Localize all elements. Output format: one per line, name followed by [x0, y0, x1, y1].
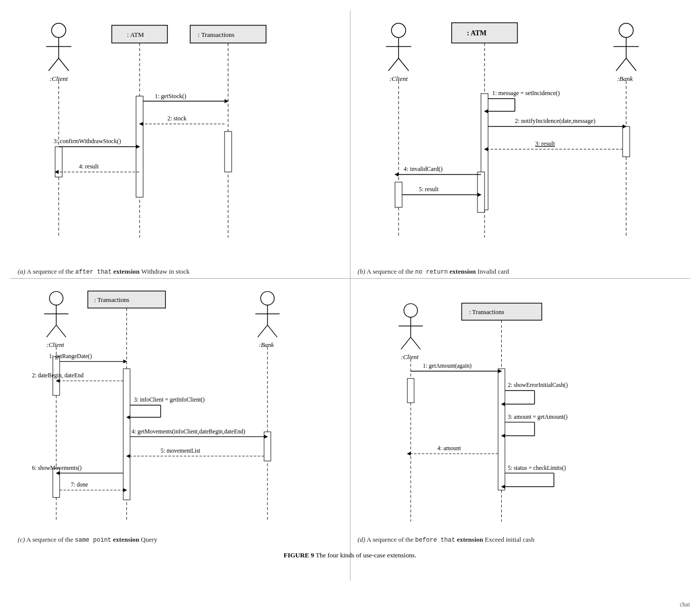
svg-text:: Transactions: : Transactions: [469, 309, 504, 316]
svg-text:3: confirmWithdrawStock(): 3: confirmWithdrawStock(): [54, 138, 121, 145]
svg-text::Client: :Client: [401, 354, 419, 361]
svg-text:2: stock: 2: stock: [167, 115, 187, 122]
svg-rect-120: [498, 369, 505, 490]
svg-text::Bank: :Bank: [617, 75, 633, 82]
svg-text:2: dateBegin, dateEnd: 2: dateBegin, dateEnd: [32, 372, 83, 379]
svg-text:3: infoClient = getInfoClient(: 3: infoClient = getInfoClient(): [134, 397, 205, 403]
svg-point-110: [404, 303, 418, 317]
svg-text:5: result: 5: result: [419, 186, 439, 193]
svg-line-113: [401, 337, 411, 350]
svg-text:4: invalidCard(): 4: invalidCard(): [404, 165, 443, 172]
svg-text:2: showErrorInitialCash(): 2: showErrorInitialCash(): [508, 382, 568, 388]
svg-line-70: [56, 325, 66, 337]
svg-text:1: getAmount(again): 1: getAmount(again): [423, 363, 471, 369]
svg-text:1: getStock(): 1: getStock(): [155, 93, 186, 100]
caption-c: (c) A sequence of the same point extensi…: [18, 536, 342, 544]
svg-text:3: amount = getAmount(): 3: amount = getAmount(): [508, 414, 567, 420]
svg-rect-46: [623, 126, 630, 157]
svg-line-40: [626, 58, 636, 71]
caption-b: (b) A sequence of the no return extensio…: [358, 268, 682, 276]
svg-line-114: [411, 337, 420, 350]
diagram-b: :Client : ATM :Bank: [350, 10, 690, 278]
svg-text:1: getRangeDate(): 1: getRangeDate(): [49, 353, 92, 360]
svg-marker-60: [395, 172, 399, 177]
svg-text::Bank: :Bank: [259, 341, 274, 348]
svg-text:5: status = checkLimits(): 5: status = checkLimits(): [508, 465, 566, 471]
diagram-c: :Client : Transactions :Bank: [10, 278, 350, 546]
svg-rect-14: [225, 132, 232, 172]
svg-text:4: getMovements(infoClient,dat: 4: getMovements(infoClient,dateBegin,dat…: [132, 428, 245, 435]
diagram-d: :Client : Transactions 1: getAmount(agai…: [350, 278, 690, 546]
svg-text:: ATM: : ATM: [127, 31, 144, 38]
svg-text:4: result: 4: result: [79, 163, 99, 170]
svg-line-3: [49, 58, 59, 71]
svg-text:: Transactions: : Transactions: [94, 296, 129, 303]
svg-rect-121: [407, 378, 414, 403]
svg-text:: ATM: : ATM: [467, 29, 487, 37]
diagram-a: :Client : ATM : Transactions: [10, 10, 350, 278]
svg-rect-62: [395, 182, 402, 207]
svg-point-36: [619, 23, 633, 37]
svg-text:: Transactions: : Transactions: [198, 31, 235, 38]
svg-text:4: amount: 4: amount: [438, 445, 461, 451]
svg-line-31: [388, 58, 399, 71]
svg-text:3: result: 3: result: [535, 140, 555, 147]
svg-rect-84: [123, 369, 130, 500]
svg-text:1: message = setIncidence(): 1: message = setIncidence(): [492, 90, 560, 97]
svg-line-39: [616, 58, 626, 71]
svg-text:5: movementList: 5: movementList: [161, 448, 201, 454]
caption-d: (d) A sequence of the before that extens…: [358, 536, 682, 544]
svg-point-28: [391, 23, 406, 37]
svg-line-32: [399, 58, 409, 71]
svg-line-69: [47, 325, 56, 337]
caption-a: (a) A sequence of the after that extensi…: [18, 268, 342, 276]
svg-text:7: done: 7: done: [71, 482, 88, 488]
svg-line-77: [258, 325, 268, 337]
vertical-divider: [350, 10, 351, 581]
chat-label: chat: [680, 601, 690, 608]
svg-point-66: [50, 291, 63, 305]
svg-line-78: [268, 325, 277, 337]
svg-marker-136: [407, 452, 411, 456]
page-container: :Client : ATM : Transactions: [0, 0, 700, 611]
svg-point-74: [260, 291, 274, 305]
svg-text:2: notifyIncidence(date,messag: 2: notifyIncidence(date,message): [515, 117, 595, 124]
svg-line-4: [59, 58, 69, 71]
svg-text:6: showMovements(): 6: showMovements(): [32, 465, 81, 471]
svg-point-0: [52, 23, 66, 37]
svg-rect-47: [477, 172, 485, 212]
svg-text::Client: :Client: [47, 341, 64, 348]
